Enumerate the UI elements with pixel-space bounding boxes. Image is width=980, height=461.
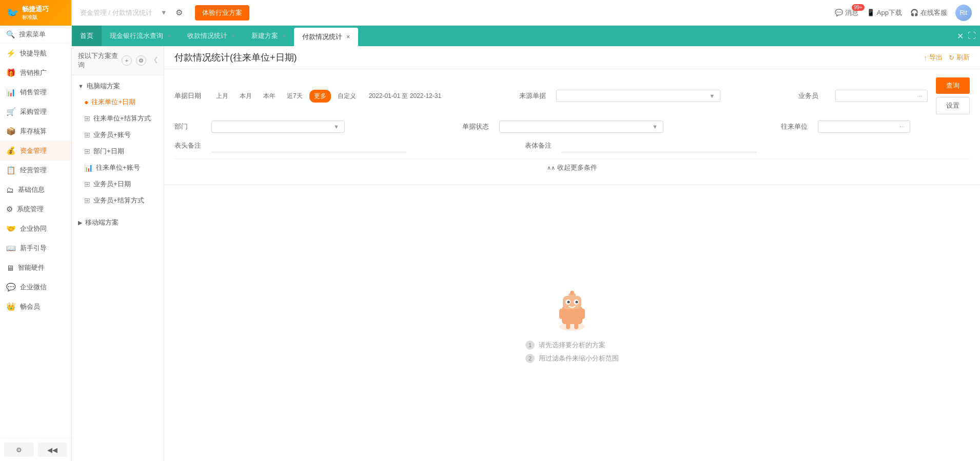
tab-payment[interactable]: 付款情况统计 × [294,28,358,46]
tab-cash[interactable]: 现金银行流水查询 × [102,26,179,46]
sidebar-label-inventory: 库存核算 [20,127,47,136]
svg-rect-2 [559,309,563,319]
page-header: 付款情况统计(往来单位+日期) ↑ 导出 ↻ 刷新 [164,46,980,69]
sidebar-item-search[interactable]: 🔍 搜索菜单 [0,26,71,44]
sidebar-item-guide[interactable]: 📖 新手引导 [0,238,71,258]
scheme-item-icon-partner-date: ● [84,98,88,106]
basic-icon: 🗂 [6,186,14,194]
scheme-group-pc: ▼ 电脑端方案 ● 往来单位+日期 ⊞ 往来单位+结算方式 ⊞ 业务员+账号 [72,75,164,212]
tab-receipt-close[interactable]: × [231,32,235,39]
scheme-settings-btn[interactable]: ⚙ [136,55,146,66]
notification-badge: 99+ [852,4,865,11]
scheme-item-staff-date[interactable]: ⊞ 业务员+日期 [72,176,164,192]
sidebar-item-inventory[interactable]: 📦 库存核算 [0,122,71,141]
finance-icon: 💰 [6,146,16,155]
app-download-area[interactable]: 📱 App下载 [867,8,902,17]
scheme-group-pc-title[interactable]: ▼ 电脑端方案 [72,78,164,94]
tab-cash-close[interactable]: × [167,32,171,39]
scheme-item-staff-account[interactable]: ⊞ 业务员+账号 [72,127,164,143]
scheme-item-icon-partner-account: 📊 [84,164,93,172]
collapse-filter-label: 收起更多条件 [557,163,597,172]
sidebar-collapse-btn[interactable]: ◀◀ [38,443,68,457]
header-note-input[interactable] [211,139,406,152]
tab-expand-btn[interactable]: ⛶ [968,31,976,41]
tab-new[interactable]: 新建方案 × [243,26,294,46]
date-btn-custom[interactable]: 自定义 [333,90,361,103]
sidebar-item-sales[interactable]: 📊 销售管理 [0,83,71,102]
sidebar-item-system[interactable]: ⚙ 系统管理 [0,199,71,219]
scheme-collapse-icon[interactable]: 《 [150,56,158,65]
scheme-item-dept-date[interactable]: ⊞ 部门+日期 [72,143,164,159]
export-icon: ↑ [924,54,928,62]
date-btn-this-month[interactable]: 本月 [235,90,257,103]
empty-state: 1 请先选择要分析的方案 2 用过滤条件来缩小分析范围 [164,185,980,461]
sidebar-item-wechat[interactable]: 💬 企业微信 [0,277,71,297]
refresh-button[interactable]: ↻ 刷新 [949,53,970,62]
tab-payment-label: 付款情况统计 [302,32,342,42]
online-service-area[interactable]: 🎧 在线客服 [910,8,947,17]
doc-status-select[interactable]: ▼ [499,121,663,133]
tab-home[interactable]: 首页 [72,26,102,46]
sidebar-item-hardware[interactable]: 🖥 智能硬件 [0,258,71,277]
right-panel: 付款情况统计(往来单位+日期) ↑ 导出 ↻ 刷新 [164,46,980,461]
date-btn-last-month[interactable]: 上月 [211,90,233,103]
sidebar-item-basic[interactable]: 🗂 基础信息 [0,180,71,199]
tab-new-label: 新建方案 [251,31,278,41]
tab-payment-close[interactable]: × [346,33,350,41]
sidebar-settings-btn[interactable]: ⚙ [4,443,34,457]
scheme-settings-icon: ⚙ [139,57,144,64]
source-doc-label: 来源单据 [519,91,548,101]
empty-tip-2-label: 用过滤条件来缩小分析范围 [539,354,619,363]
topbar-gear-icon[interactable]: ⚙ [175,8,183,17]
scheme-item-staff-settle[interactable]: ⊞ 业务员+结算方式 [72,192,164,209]
dept-select[interactable]: ▼ [211,121,345,133]
source-doc-select[interactable]: ▼ [556,90,720,102]
notification-area[interactable]: 💬 消息 99+ [835,8,858,17]
svg-point-12 [570,291,574,295]
scheme-group-mobile-title[interactable]: ▶ 移动端方案 [72,215,164,230]
trial-button[interactable]: 体验行业方案 [195,5,249,21]
app-download-label: App下载 [877,8,902,17]
scheme-add-btn[interactable]: + [122,55,132,66]
topbar-dropdown-icon[interactable]: ▼ [161,9,167,16]
sidebar-label-guide: 新手引导 [20,244,47,253]
sidebar-item-purchase[interactable]: 🛒 采购管理 [0,102,71,122]
system-icon: ⚙ [6,205,13,214]
date-btn-more[interactable]: 更多 [309,90,331,103]
svg-point-10 [576,301,578,304]
header-note-label: 表头备注 [174,141,203,150]
sidebar-label-marketing: 营销推广 [20,68,47,77]
topbar-path: 资金管理 / 付款情况统计 [80,8,152,17]
logo: 🐦 畅捷通巧 标准版 [0,0,71,26]
scheme-item-partner-date[interactable]: ● 往来单位+日期 [72,94,164,110]
body-note-input[interactable] [562,139,757,152]
filter-settings-button[interactable]: 设置 [936,97,970,114]
sidebar-item-marketing[interactable]: 🎁 营销推广 [0,63,71,83]
sidebar-item-member[interactable]: 👑 畅会员 [0,297,71,316]
partner-select[interactable]: ··· [818,121,910,133]
sidebar-label-system: 系统管理 [17,205,44,214]
collapse-filter-bar[interactable]: ∧∧ 收起更多条件 [174,158,970,176]
scheme-item-partner-settle[interactable]: ⊞ 往来单位+结算方式 [72,110,164,127]
user-avatar[interactable]: Rit [955,5,972,21]
scheme-item-partner-account[interactable]: 📊 往来单位+账号 [72,159,164,176]
sidebar-item-enterprise[interactable]: 🤝 企业协同 [0,219,71,238]
date-btn-7days[interactable]: 近7天 [282,90,307,103]
query-btn-group: 查询 设置 [936,77,970,114]
query-button[interactable]: 查询 [936,77,970,94]
export-button[interactable]: ↑ 导出 [924,53,943,62]
tab-new-close[interactable]: × [282,32,286,39]
refresh-label: 刷新 [956,53,970,62]
sidebar-item-operation[interactable]: 📋 经营管理 [0,161,71,180]
sidebar-item-quick-nav[interactable]: ⚡ 快捷导航 [0,44,71,63]
sidebar-label-basic: 基础信息 [18,185,45,194]
partner-arrow: ··· [900,124,905,130]
scheme-item-label-dept-date: 部门+日期 [93,147,124,156]
sidebar-item-finance[interactable]: 💰 资金管理 [0,141,71,161]
empty-tips: 1 请先选择要分析的方案 2 用过滤条件来缩小分析范围 [525,340,619,363]
tab-close-all-btn[interactable]: ✕ [957,31,964,41]
date-btn-group: 上月 本月 本年 近7天 更多 自定义 [211,90,361,103]
tab-receipt[interactable]: 收款情况统计 × [179,26,243,46]
salesman-select[interactable]: ··· [835,90,928,102]
date-btn-this-year[interactable]: 本年 [259,90,280,103]
